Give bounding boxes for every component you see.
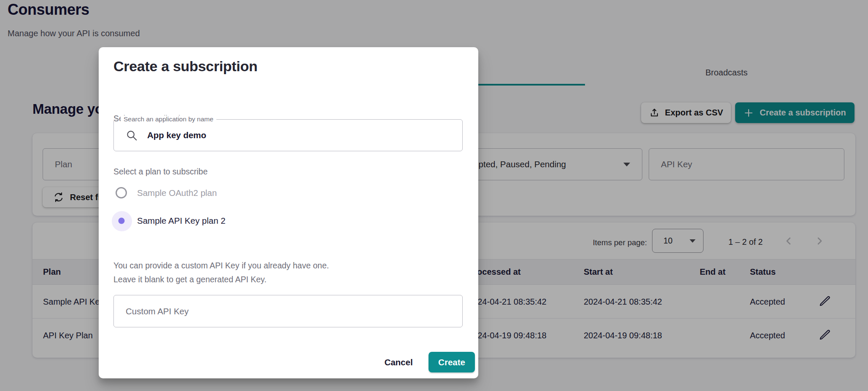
plan-radio-api-key[interactable]: Sample API Key plan 2 xyxy=(116,215,226,226)
custom-key-helper-text: You can provide a custom API Key if you … xyxy=(113,259,329,287)
consumers-screen: Consumers Manage how your API is consume… xyxy=(0,0,868,391)
search-icon xyxy=(125,129,138,142)
dialog-title: Create a subscription xyxy=(113,58,257,75)
plan-radio-oauth2: Sample OAuth2 plan xyxy=(116,187,217,198)
plan-radio-label: Sample OAuth2 plan xyxy=(137,188,217,198)
helper-line-2: Leave it blank to get a generated API Ke… xyxy=(113,273,329,287)
plan-radio-label: Sample API Key plan 2 xyxy=(137,216,226,226)
custom-api-key-input[interactable] xyxy=(113,295,463,327)
create-subscription-dialog: Create a subscription Select an applicat… xyxy=(99,47,478,378)
application-search-field[interactable]: Search an application by name xyxy=(113,119,463,151)
application-search-input[interactable] xyxy=(147,130,454,140)
application-search-label: Search an application by name xyxy=(121,115,216,123)
cancel-button[interactable]: Cancel xyxy=(378,352,419,372)
radio-unselected-icon xyxy=(116,187,127,198)
plan-section-label: Select a plan to subscribe xyxy=(113,167,208,177)
helper-line-1: You can provide a custom API Key if you … xyxy=(113,259,329,273)
create-button[interactable]: Create xyxy=(429,352,475,372)
radio-selected-icon xyxy=(116,215,127,226)
